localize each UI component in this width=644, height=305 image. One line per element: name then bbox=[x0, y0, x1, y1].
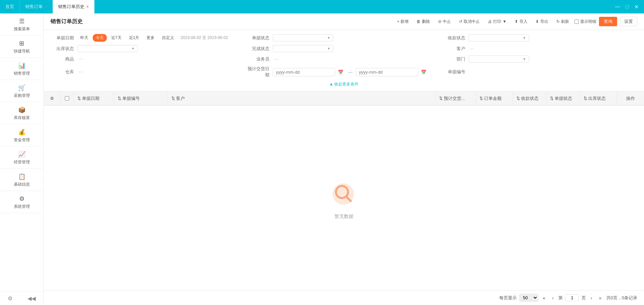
delivery-end-input[interactable] bbox=[356, 68, 418, 76]
next-page-button[interactable]: › bbox=[589, 295, 594, 301]
th-recv-status[interactable]: ⇅ 收款状态 bbox=[513, 91, 547, 105]
sidebar-item-inventory-label: 库存核算 bbox=[14, 115, 30, 121]
th-date[interactable]: ⇅ 单据日期 bbox=[74, 91, 114, 105]
pill-7days[interactable]: 近7天 bbox=[108, 34, 125, 42]
out-status-select[interactable]: ▼ bbox=[77, 45, 138, 52]
bill-status-select[interactable]: ▼ bbox=[273, 34, 333, 41]
recv-status-control: ▼ bbox=[469, 34, 637, 41]
pill-today[interactable]: 今天 bbox=[93, 34, 107, 42]
per-page-select[interactable]: 50 100 200 bbox=[519, 294, 538, 302]
th-out-status[interactable]: ⇅ 出库状态 bbox=[580, 91, 617, 105]
complete-status-select[interactable]: ▼ bbox=[273, 45, 333, 52]
th-operation: 操作 bbox=[617, 91, 644, 105]
new-button[interactable]: + 新增 bbox=[394, 17, 411, 26]
filter-col-delivery: 预计交货日期 📅 — 📅 bbox=[246, 66, 441, 78]
pill-custom[interactable]: 自定义 bbox=[159, 34, 177, 42]
sidebar-item-ops-label: 经营管理 bbox=[14, 159, 30, 165]
tab-sales-history-close[interactable]: × bbox=[86, 4, 89, 9]
sidebar-item-basic[interactable]: 📋 基础信息 bbox=[0, 169, 43, 191]
tab-sales-order-close[interactable]: × bbox=[45, 4, 47, 9]
prev-page-button[interactable]: ‹ bbox=[550, 295, 556, 301]
filter-row-4: 仓库 ··· 预计交货日期 📅 — 📅 单据编号 bbox=[50, 66, 637, 78]
recv-status-arrow-icon: ▼ bbox=[523, 36, 526, 40]
export-button[interactable]: ⬇ 导出 bbox=[533, 17, 551, 26]
out-status-control: ▼ bbox=[77, 45, 246, 52]
date-range-text: 2023-06-02 至 2023-06-02 bbox=[180, 35, 228, 41]
recv-status-select[interactable]: ▼ bbox=[469, 34, 529, 41]
topbar-actions: — □ ✕ bbox=[613, 2, 644, 11]
delete-button[interactable]: 🗑 删除 bbox=[414, 17, 433, 26]
first-page-button[interactable]: « bbox=[541, 295, 548, 301]
sidebar-settings-icon[interactable]: ⚙ bbox=[8, 295, 12, 302]
filter-col-goods: 商品 ··· bbox=[50, 56, 246, 62]
tab-sales-order[interactable]: 销售订单 × bbox=[20, 0, 53, 13]
sidebar-item-sales[interactable]: 📊 销售管理 bbox=[0, 58, 43, 80]
print-button[interactable]: 🖨 打印 ▼ bbox=[485, 17, 509, 26]
settings-button[interactable]: 设置 bbox=[620, 17, 637, 26]
th-bill-status[interactable]: ⇅ 单据状态 bbox=[547, 91, 580, 105]
filter-col-docno: 单据编号 bbox=[442, 69, 637, 75]
select-all-checkbox[interactable] bbox=[65, 96, 69, 101]
bill-status-control: ▼ bbox=[273, 34, 441, 41]
goods-control: ··· bbox=[77, 56, 246, 62]
sidebar-item-inventory[interactable]: 📦 库存核算 bbox=[0, 102, 43, 124]
sidebar-item-finance[interactable]: 💰 资金管理 bbox=[0, 124, 43, 147]
tab-sales-history[interactable]: 销售订单历史 × bbox=[53, 0, 94, 13]
sidebar: ☰ 搜索菜单 ⊞ 快捷导航 📊 销售管理 🛒 采购管理 📦 库存核算 💰 资金管… bbox=[0, 13, 44, 305]
dept-arrow-icon: ▼ bbox=[523, 57, 526, 61]
collapse-button[interactable]: ▲ 收起更多条件 bbox=[329, 82, 358, 86]
dept-select[interactable]: ▼ bbox=[469, 55, 529, 63]
sidebar-item-search-label: 搜索菜单 bbox=[14, 26, 30, 32]
delivery-start-cal-icon[interactable]: 📅 bbox=[337, 70, 345, 75]
pill-1month[interactable]: 近1月 bbox=[126, 34, 142, 42]
th-amount[interactable]: ⇅ 订单金额 bbox=[476, 91, 513, 105]
customer-control: ··· bbox=[469, 46, 637, 52]
salesman-dots[interactable]: ··· bbox=[273, 56, 280, 62]
topbar-maximize-icon[interactable]: □ bbox=[624, 2, 630, 11]
display-detail-input[interactable] bbox=[574, 20, 579, 24]
salesman-control: ··· bbox=[273, 56, 441, 62]
dept-label: 部门 bbox=[442, 56, 469, 62]
delivery-end-cal-icon[interactable]: 📅 bbox=[420, 70, 428, 75]
basic-icon: 📋 bbox=[18, 173, 26, 180]
pill-yesterday[interactable]: 昨天 bbox=[77, 34, 91, 42]
display-detail-checkbox[interactable]: 显示明细 bbox=[574, 19, 596, 25]
th-settings[interactable]: ⚙ bbox=[44, 91, 60, 105]
filter-row-3: 商品 ··· 业务员 ··· 部门 ▼ bbox=[50, 55, 637, 63]
warehouse-dots[interactable]: ··· bbox=[77, 69, 84, 75]
sort-date-icon: ⇅ bbox=[77, 96, 81, 101]
salesman-label: 业务员 bbox=[246, 56, 273, 62]
empty-illustration bbox=[327, 177, 361, 210]
topbar-minimize-icon[interactable]: — bbox=[613, 2, 621, 11]
sidebar-item-quicknav[interactable]: ⊞ 快捷导航 bbox=[0, 36, 43, 58]
th-customer[interactable]: ⇅ 客户 bbox=[168, 91, 436, 105]
stop-button[interactable]: ⊘ 中止 bbox=[435, 17, 454, 26]
page-number-input[interactable] bbox=[565, 294, 579, 301]
sidebar-item-system[interactable]: ⚙ 系统管理 bbox=[0, 191, 43, 213]
last-page-button[interactable]: » bbox=[597, 295, 604, 301]
query-button[interactable]: 查询 bbox=[599, 17, 617, 26]
th-docno[interactable]: ⇅ 单据编号 bbox=[114, 91, 168, 105]
sales-icon: 📊 bbox=[18, 62, 26, 69]
goods-dots[interactable]: ··· bbox=[77, 56, 84, 62]
delivery-start-input[interactable] bbox=[273, 68, 335, 76]
refresh-button[interactable]: ↻ 刷新 bbox=[554, 17, 572, 26]
filter-col-bill-status: 单据状态 ▼ bbox=[246, 34, 441, 41]
main-layout: ☰ 搜索菜单 ⊞ 快捷导航 📊 销售管理 🛒 采购管理 📦 库存核算 💰 资金管… bbox=[0, 13, 644, 305]
recv-status-label: 收款状态 bbox=[442, 35, 469, 41]
pagination: 每页显示 50 100 200 « ‹ 第 页 › » 共0页，0条记录 bbox=[44, 290, 644, 305]
sidebar-item-purchase[interactable]: 🛒 采购管理 bbox=[0, 80, 43, 102]
filter-col-complete-status: 完成状态 ▼ bbox=[246, 45, 441, 52]
customer-dots[interactable]: ··· bbox=[469, 46, 476, 52]
sidebar-item-search[interactable]: ☰ 搜索菜单 bbox=[0, 13, 43, 36]
topbar-close-icon[interactable]: ✕ bbox=[633, 2, 640, 11]
th-delivery[interactable]: ⇅ 预计交货... bbox=[436, 91, 476, 105]
sidebar-item-ops[interactable]: 📈 经营管理 bbox=[0, 147, 43, 169]
filter-area: 单据日期 昨天 今天 近7天 近1月 更多 自定义 2023-06-02 至 2… bbox=[44, 30, 644, 91]
sort-recv-icon: ⇅ bbox=[516, 96, 520, 101]
sidebar-collapse-icon[interactable]: ◀◀ bbox=[28, 295, 36, 302]
import-button[interactable]: ⬆ 导入 bbox=[512, 17, 530, 26]
cancel-stop-button[interactable]: ↺ 取消中止 bbox=[456, 17, 482, 26]
tab-home[interactable]: 首页 bbox=[0, 0, 20, 13]
pill-more[interactable]: 更多 bbox=[143, 34, 158, 42]
